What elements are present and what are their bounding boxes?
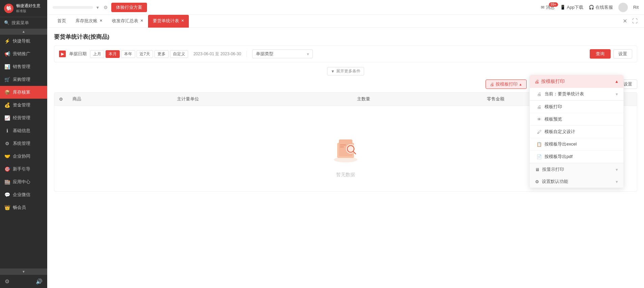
dropdown-printer-icon: 🖨 [534,79,539,84]
enterprise-label: 企业协同 [13,153,30,159]
dropdown-template-print[interactable]: 🖨 模板打印 [530,101,623,113]
set-default-left: ⚙ 设置默认功能 [535,179,568,185]
dropdown-template-preview[interactable]: 👁 模板预览 [530,113,623,126]
type-select-chevron: ▾ [307,52,309,57]
date-btn-7days[interactable]: 近7天 [137,50,153,58]
system-icon: ⚙ [4,141,10,146]
svg-rect-6 [340,145,346,146]
sidebar-item-operation[interactable]: 📈 经营管理 [0,111,47,124]
avatar[interactable] [618,3,628,12]
tab-inventory-batch-close[interactable]: ✕ [99,19,103,23]
main-area: ▾ ⚙ 体验行业方案 ✉ 消息 99+ 📱 App下载 🎧 在线客服 Rit 首… [47,0,644,288]
sound-icon[interactable]: 🔊 [36,278,42,285]
sidebar-item-inventory[interactable]: 📦 库存核算 [0,86,47,99]
date-btn-more[interactable]: 更多 [154,50,169,58]
newbie-label: 新手引导 [13,166,30,172]
sidebar-scroll-down[interactable]: ▼ [0,268,47,275]
date-btn-current-month[interactable]: 本月 [106,50,120,58]
wechat-label: 企业微信 [13,192,30,198]
tab-order-stats-close[interactable]: ✕ [181,19,184,23]
inventory-label: 库存核算 [13,89,30,95]
print-label: 按模板打印 [496,81,518,87]
tab-order-stats[interactable]: 要货单统计表 ✕ [148,15,189,28]
col-qty: 主数量 [352,93,482,106]
sidebar-item-appstore[interactable]: 🏬 应用中心 [0,175,47,188]
print-button[interactable]: 🖨 按模板打印 ▲ [486,79,527,89]
inventory-icon: 📦 [4,90,10,95]
quick-nav-icon: ⚡ [4,38,10,44]
filter-expand-btn[interactable]: ▶ [59,51,66,57]
search-icon: 🔍 [4,20,9,25]
template-design-icon: 🖊 [536,129,542,134]
expand-more-btn[interactable]: ▼ 展开更多条件 [327,67,364,75]
date-options: 上月 本月 本年 近7天 更多 自定义 [90,50,188,58]
sidebar-item-purchase[interactable]: 🛒 采购管理 [0,73,47,86]
sidebar-search[interactable]: 🔍 搜索菜单 [0,17,47,29]
sidebar-item-quick-nav[interactable]: ⚡ 快捷导航 [0,35,47,47]
dropdown-template-design[interactable]: 🖊 模板自定义设计 [530,126,623,138]
message-btn[interactable]: ✉ 消息 99+ [541,4,555,10]
enterprise-icon: 🤝 [4,154,10,159]
sales-label: 销售管理 [13,64,30,70]
app-download-btn[interactable]: 📱 App下载 [560,4,583,10]
dropdown-display-print[interactable]: 🖥 按显示打印 ▾ [530,163,623,175]
sidebar-item-member[interactable]: 👑 畅会员 [0,201,47,214]
dropdown-current-left: 🖨 当前：要货单统计表 [536,91,584,97]
print-dropdown-popup: 🖨 按模板打印 ▲ 🖨 当前：要货单统计表 ▾ 🖨 模板打印 [529,75,624,188]
sidebar-item-basic[interactable]: ℹ 基础信息 [0,124,47,137]
dropdown-current-chevron: ▾ [616,92,618,97]
purchase-label: 采购管理 [13,76,30,83]
sidebar-item-sales[interactable]: 📊 销售管理 [0,60,47,73]
template-design-label: 模板自定义设计 [545,129,575,135]
topbar-gear-icon[interactable]: ⚙ [104,5,108,10]
logo-name: 畅捷通好生意 [16,3,40,9]
tab-receipt-summary-label: 收发存汇总表 [112,18,138,24]
sidebar-scroll-up[interactable]: ▲ [0,29,47,35]
tab-inventory-batch[interactable]: 库存批次账 ✕ [71,15,107,28]
online-service-btn[interactable]: 🎧 在线客服 [589,4,613,10]
tab-receipt-summary[interactable]: 收发存汇总表 ✕ [107,15,148,28]
display-print-left: 🖥 按显示打印 [535,166,564,172]
print-dropdown-header[interactable]: 🖨 按模板打印 ▲ [530,75,623,88]
sidebar-item-enterprise[interactable]: 🤝 企业协同 [0,150,47,163]
dropdown-current-label: 当前：要货单统计表 [545,91,584,97]
purchase-icon: 🛒 [4,77,10,82]
dropdown-export-excel[interactable]: 📋 按模板导出excel [530,138,623,151]
app-icon: 📱 [560,5,565,10]
logo-text-block: 畅捷通好生意 标准版 [16,3,40,13]
topbar-dropdown-icon[interactable]: ▾ [96,5,99,10]
template-print-left: 🖨 模板打印 [536,104,562,110]
sidebar-search-label: 搜索菜单 [11,20,29,26]
export-pdf-label: 按模板导出pdf [545,154,573,160]
display-print-icon: 🖥 [535,167,539,172]
sidebar-item-marketing[interactable]: 📢 营销推广 [0,47,47,60]
date-btn-custom[interactable]: 自定义 [170,50,188,58]
date-range-display: 2023-06-01 至 2023-06-30 [194,51,241,57]
dropdown-title: 按模板打印 [541,78,565,85]
basic-label: 基础信息 [13,128,30,134]
topbar-search[interactable] [53,6,93,9]
tab-close-window-btn[interactable]: ✕ [621,18,628,25]
tab-home[interactable]: 首页 [53,15,71,28]
tab-maximize-btn[interactable]: ⛶ [631,18,639,25]
dropdown-set-default[interactable]: ⚙ 设置默认功能 ▾ [530,175,623,188]
trial-button[interactable]: 体验行业方案 [111,3,147,12]
col-checkbox[interactable]: ⚙ [54,93,68,106]
date-btn-prev-month[interactable]: 上月 [90,50,104,58]
dropdown-current-item[interactable]: 🖨 当前：要货单统计表 ▾ [530,88,623,100]
message-badge: 99+ [549,2,558,7]
query-button[interactable]: 查询 [590,49,611,59]
settings-icon[interactable]: ⚙ [5,278,9,285]
sidebar-item-wechat[interactable]: 💬 企业微信 [0,188,47,201]
settings-button[interactable]: 设置 [613,49,632,59]
sidebar-item-finance[interactable]: 💰 资金管理 [0,99,47,111]
tab-receipt-summary-close[interactable]: ✕ [140,19,143,23]
sidebar-item-newbie[interactable]: 🎯 新手引导 [0,163,47,175]
sidebar-item-system[interactable]: ⚙ 系统管理 [0,137,47,150]
type-label: 单据类型 [256,51,273,57]
template-preview-left: 👁 模板预览 [536,116,562,122]
set-default-chevron: ▾ [616,179,618,184]
date-btn-current-year[interactable]: 本年 [121,50,135,58]
type-select[interactable]: 单据类型 ▾ [252,50,313,58]
dropdown-export-pdf[interactable]: 📄 按模板导出pdf [530,151,623,163]
